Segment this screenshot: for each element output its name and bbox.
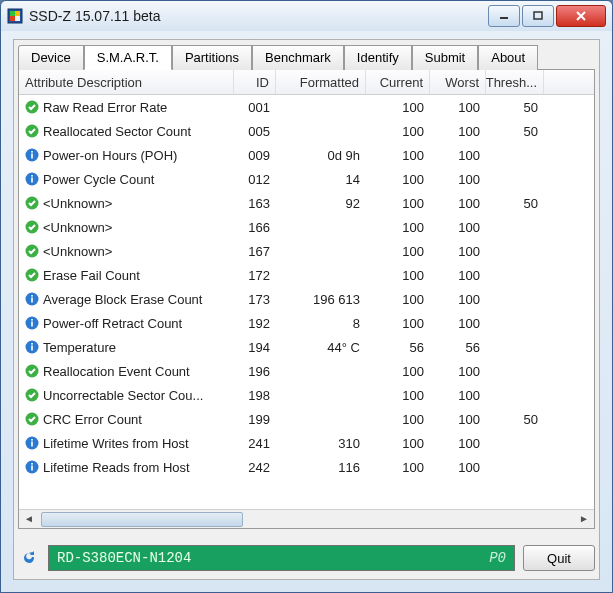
attr-current: 100 [366, 220, 430, 235]
attr-id: 005 [234, 124, 276, 139]
attr-id: 009 [234, 148, 276, 163]
attr-id: 242 [234, 460, 276, 475]
svg-rect-25 [31, 319, 33, 321]
svg-rect-13 [31, 154, 33, 159]
tab-device[interactable]: Device [18, 45, 84, 70]
attr-desc: <Unknown> [43, 196, 112, 211]
attr-id: 172 [234, 268, 276, 283]
attr-id: 166 [234, 220, 276, 235]
status-info-icon [25, 292, 39, 306]
status-info-icon [25, 148, 39, 162]
refresh-button[interactable] [18, 547, 40, 569]
table-row[interactable]: Reallocation Event Count196100100 [19, 359, 594, 383]
tab-identify[interactable]: Identify [344, 45, 412, 70]
svg-rect-1 [10, 11, 15, 16]
device-field[interactable]: RD-S380ECN-N1204 P0 [48, 545, 515, 571]
attr-worst: 100 [430, 196, 486, 211]
status-ok-icon [25, 244, 39, 258]
titlebar[interactable]: SSD-Z 15.07.11 beta [1, 1, 612, 31]
attr-current: 100 [366, 292, 430, 307]
minimize-button[interactable] [488, 5, 520, 27]
attr-id: 198 [234, 388, 276, 403]
attr-desc: CRC Error Count [43, 412, 142, 427]
attr-desc: Lifetime Writes from Host [43, 436, 189, 451]
tab-partitions[interactable]: Partitions [172, 45, 252, 70]
table-row[interactable]: Power Cycle Count01214100100 [19, 167, 594, 191]
scroll-thumb[interactable] [41, 512, 243, 527]
tab-submit[interactable]: Submit [412, 45, 478, 70]
attr-worst: 100 [430, 268, 486, 283]
status-info-icon [25, 316, 39, 330]
device-port: P0 [489, 550, 506, 566]
attr-current: 100 [366, 124, 430, 139]
attr-threshold: 50 [486, 196, 544, 211]
attr-worst: 100 [430, 412, 486, 427]
list-body[interactable]: Raw Read Error Rate00110010050Reallocate… [19, 95, 594, 509]
col-header-worst[interactable]: Worst [430, 70, 486, 94]
close-button[interactable] [556, 5, 606, 27]
attr-id: 241 [234, 436, 276, 451]
col-header-desc[interactable]: Attribute Description [19, 70, 234, 94]
scroll-left-icon[interactable]: ◄ [21, 511, 37, 526]
col-header-current[interactable]: Current [366, 70, 430, 94]
status-ok-icon [25, 124, 39, 138]
status-ok-icon [25, 388, 39, 402]
tab-strip: DeviceS.M.A.R.T.PartitionsBenchmarkIdent… [14, 40, 599, 69]
svg-rect-12 [31, 151, 33, 153]
quit-button[interactable]: Quit [523, 545, 595, 571]
horizontal-scrollbar[interactable]: ◄ ► [19, 509, 594, 528]
attr-formatted: 8 [276, 316, 366, 331]
attr-worst: 100 [430, 244, 486, 259]
attr-threshold: 50 [486, 412, 544, 427]
table-row[interactable]: Erase Fail Count172100100 [19, 263, 594, 287]
attr-formatted: 14 [276, 172, 366, 187]
attr-formatted: 92 [276, 196, 366, 211]
svg-rect-35 [31, 442, 33, 447]
attr-worst: 100 [430, 316, 486, 331]
tab-about[interactable]: About [478, 45, 538, 70]
attr-desc: Power-off Retract Count [43, 316, 182, 331]
refresh-icon [21, 550, 37, 566]
status-info-icon [25, 172, 39, 186]
svg-rect-6 [534, 12, 542, 19]
svg-rect-34 [31, 439, 33, 441]
status-info-icon [25, 436, 39, 450]
attr-desc: Lifetime Reads from Host [43, 460, 190, 475]
table-row[interactable]: Temperature19444° C5656 [19, 335, 594, 359]
table-row[interactable]: <Unknown>166100100 [19, 215, 594, 239]
attr-current: 100 [366, 196, 430, 211]
attr-id: 173 [234, 292, 276, 307]
tab-smart[interactable]: S.M.A.R.T. [84, 45, 172, 70]
scroll-right-icon[interactable]: ► [576, 511, 592, 526]
attr-id: 194 [234, 340, 276, 355]
table-row[interactable]: Uncorrectable Sector Cou...198100100 [19, 383, 594, 407]
table-row[interactable]: Raw Read Error Rate00110010050 [19, 95, 594, 119]
col-header-formatted[interactable]: Formatted [276, 70, 366, 94]
attr-worst: 56 [430, 340, 486, 355]
table-row[interactable]: <Unknown>167100100 [19, 239, 594, 263]
table-row[interactable]: Power-off Retract Count1928100100 [19, 311, 594, 335]
table-row[interactable]: <Unknown>1639210010050 [19, 191, 594, 215]
app-icon [7, 8, 23, 24]
attr-id: 163 [234, 196, 276, 211]
svg-rect-37 [31, 463, 33, 465]
attr-current: 100 [366, 244, 430, 259]
table-row[interactable]: CRC Error Count19910010050 [19, 407, 594, 431]
attr-id: 199 [234, 412, 276, 427]
table-row[interactable]: Lifetime Reads from Host242116100100 [19, 455, 594, 479]
svg-rect-28 [31, 343, 33, 345]
svg-rect-16 [31, 178, 33, 183]
attr-current: 100 [366, 388, 430, 403]
table-row[interactable]: Reallocated Sector Count00510010050 [19, 119, 594, 143]
attr-threshold: 50 [486, 124, 544, 139]
col-header-id[interactable]: ID [234, 70, 276, 94]
table-row[interactable]: Lifetime Writes from Host241310100100 [19, 431, 594, 455]
status-info-icon [25, 460, 39, 474]
attr-formatted: 196 613 [276, 292, 366, 307]
table-row[interactable]: Power-on Hours (POH)0090d 9h100100 [19, 143, 594, 167]
maximize-button[interactable] [522, 5, 554, 27]
table-row[interactable]: Average Block Erase Count173196 61310010… [19, 287, 594, 311]
tab-benchmark[interactable]: Benchmark [252, 45, 344, 70]
status-ok-icon [25, 364, 39, 378]
col-header-threshold[interactable]: Thresh... [486, 70, 544, 94]
